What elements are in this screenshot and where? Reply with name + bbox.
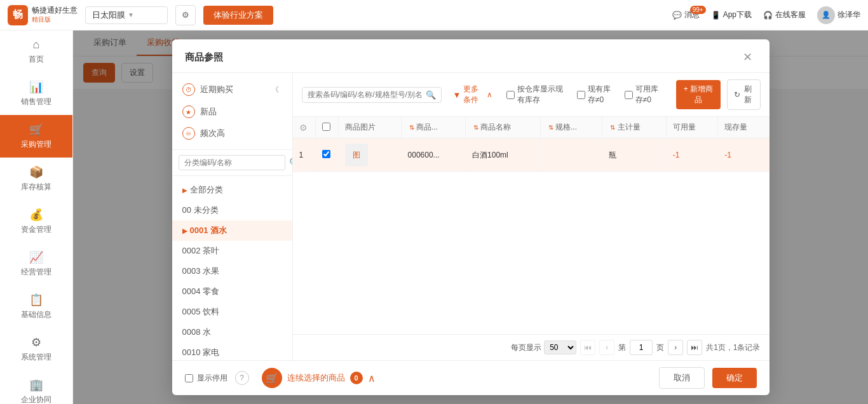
next-page-button[interactable]: › (668, 340, 683, 355)
th-spec[interactable]: ⇅ 规格... (540, 117, 602, 138)
sidebar-label-operation: 经营管理 (21, 267, 51, 278)
sort-icon-spec: ⇅ (548, 124, 553, 131)
modal-header: 商品参照 ✕ (172, 39, 770, 73)
store-selector-arrow: ▼ (128, 11, 134, 18)
row-name: 白酒100ml (466, 138, 541, 172)
filter-button[interactable]: ▼ 更多条件 ∧ (448, 81, 498, 108)
th-code[interactable]: ⇅ 商品... (401, 117, 465, 138)
main-layout: ⌂ 首页 📊 销售管理 🛒 采购管理 📦 库存核算 💰 资金管理 📈 经营管理 … (0, 30, 868, 404)
cancel-button[interactable]: 取消 (659, 367, 705, 389)
app-download-nav-item[interactable]: 📱 App下载 (711, 10, 752, 20)
sidebar-item-finance[interactable]: 💰 资金管理 (0, 200, 72, 243)
inventory-icon: 📦 (29, 165, 43, 179)
last-page-button[interactable]: ⏭ (687, 340, 702, 355)
available-nonzero-checkbox[interactable] (625, 91, 633, 99)
settings-button[interactable]: ⚙ (175, 5, 196, 25)
sidebar-item-sales[interactable]: 📊 销售管理 (0, 72, 72, 115)
show-disabled-label[interactable]: 显示停用 (185, 373, 227, 384)
show-disabled-checkbox[interactable] (185, 374, 193, 382)
sidebar-item-operation[interactable]: 📈 经营管理 (0, 243, 72, 285)
table-settings-icon[interactable]: ⚙ (299, 123, 308, 133)
search-bar: 🔍 (302, 87, 442, 103)
sidebar-label-home: 首页 (29, 54, 44, 65)
category-label-0010: 0010 家电 (182, 347, 220, 358)
basic-icon: 📋 (29, 293, 43, 307)
category-label-0004: 0004 零食 (182, 286, 220, 297)
logo-icon: 畅 (8, 5, 28, 25)
prev-page-button[interactable]: ‹ (599, 340, 614, 355)
category-item-0008[interactable]: 0008 水 (172, 322, 292, 342)
row-image-cell: 图 (339, 138, 402, 172)
sidebar-item-system[interactable]: ⚙ 系统管理 (0, 328, 72, 370)
category-item-0003[interactable]: 0003 水果 (172, 261, 292, 281)
sidebar-item-purchase[interactable]: 🛒 采购管理 (0, 115, 72, 158)
warehouse-checkbox-text: 按仓库显示现有库存 (517, 84, 568, 105)
select-all-checkbox[interactable] (322, 123, 330, 131)
confirm-button[interactable]: 确定 (712, 368, 757, 388)
quick-link-new[interactable]: ★ 新品 (172, 101, 292, 123)
th-checkbox (316, 117, 339, 138)
operation-icon: 📈 (29, 250, 43, 264)
per-page-dropdown[interactable]: 50 100 200 (544, 340, 576, 354)
per-page-label: 每页显示 (511, 342, 541, 353)
top-nav: 畅 畅捷通好生意 精目版 日太阳膜 ▼ ⚙ 体验行业方案 💬 消息 99+ 📱 … (0, 0, 868, 30)
collapse-left-panel-button[interactable]: 《 (268, 83, 282, 97)
table-header-row: ⚙ 商品图片 (293, 117, 770, 138)
quick-link-frequent[interactable]: ♾ 频次高 (172, 123, 292, 144)
sort-icon-name: ⇅ (473, 124, 478, 131)
gear-icon: ⚙ (182, 10, 189, 20)
online-service-nav-item[interactable]: 🎧 在线客服 (763, 10, 806, 20)
user-nav-item[interactable]: 👤 徐泽华 (817, 6, 860, 24)
product-search-input[interactable] (308, 90, 422, 99)
add-product-button[interactable]: + 新增商品 (676, 80, 721, 109)
category-item-0004[interactable]: 0004 零食 (172, 281, 292, 302)
filter-label: 更多条件 (463, 84, 484, 105)
store-selector[interactable]: 日太阳膜 ▼ (85, 6, 168, 24)
cart-label: 连续选择的商品 (287, 372, 345, 384)
message-icon: 💬 (672, 11, 682, 20)
category-item-00[interactable]: 00 未分类 (172, 200, 292, 220)
category-search-input[interactable] (179, 155, 285, 170)
available-nonzero-checkbox-label[interactable]: 可用库存≠0 (625, 84, 663, 105)
th-unit[interactable]: ⇅ 主计量 (602, 117, 666, 138)
first-page-button[interactable]: ⏮ (580, 340, 595, 355)
category-item-0010[interactable]: 0010 家电 (172, 342, 292, 360)
table-row[interactable]: 1 图 (293, 138, 770, 172)
row-checkbox-cell[interactable] (316, 138, 339, 172)
row-checkbox[interactable] (322, 150, 330, 158)
th-name[interactable]: ⇅ 商品名称 (466, 117, 541, 138)
sidebar-label-inventory: 库存核算 (21, 182, 51, 192)
app-name: 畅捷通好生意 (32, 6, 78, 16)
category-item-0005[interactable]: 0005 饮料 (172, 302, 292, 322)
stock-nonzero-checkbox[interactable] (577, 91, 585, 99)
finance-icon: 💰 (29, 208, 43, 222)
category-arrow-0001: ▶ (182, 227, 187, 234)
online-service-label: 在线客服 (775, 10, 806, 20)
sidebar-item-enterprise[interactable]: 🏢 企业协同 (0, 370, 72, 404)
collapse-cart-button[interactable]: ∧ (368, 372, 376, 384)
refresh-button[interactable]: ↻ 刷新 (727, 79, 760, 110)
sidebar-item-home[interactable]: ⌂ 首页 (0, 30, 72, 72)
category-item-0001[interactable]: ▶ 0001 酒水 (172, 220, 292, 241)
cart-icon[interactable]: 🛒 (262, 368, 282, 388)
search-submit-icon[interactable]: 🔍 (426, 90, 436, 100)
stock-nonzero-checkbox-label[interactable]: 现有库存≠0 (577, 84, 616, 105)
trial-button[interactable]: 体验行业方案 (203, 6, 273, 25)
modal-close-button[interactable]: ✕ (739, 48, 757, 66)
warehouse-checkbox[interactable] (506, 91, 515, 99)
th-settings[interactable]: ⚙ (293, 117, 316, 138)
category-item-0002[interactable]: 0002 茶叶 (172, 241, 292, 261)
main-content: 采购订单 采购收货 查询 设置 商品参照 ✕ (73, 30, 868, 404)
category-item-all[interactable]: ▶ 全部分类 (172, 180, 292, 200)
modal-title: 商品参照 (185, 51, 223, 64)
help-icon[interactable]: ? (235, 371, 249, 385)
quick-link-recent[interactable]: ⏱ 近期购买 《 (172, 78, 292, 101)
sidebar-item-inventory[interactable]: 📦 库存核算 (0, 158, 72, 200)
warehouse-checkbox-label[interactable]: 按仓库显示现有库存 (506, 84, 568, 105)
page-number-input[interactable] (630, 340, 653, 355)
page-label: 第 (618, 342, 626, 353)
sidebar-item-basic[interactable]: 📋 基础信息 (0, 285, 72, 328)
cart-section: 🛒 连续选择的商品 0 ∧ (262, 368, 376, 388)
category-label-00: 00 未分类 (182, 205, 219, 216)
message-nav-item[interactable]: 💬 消息 99+ (672, 10, 700, 20)
